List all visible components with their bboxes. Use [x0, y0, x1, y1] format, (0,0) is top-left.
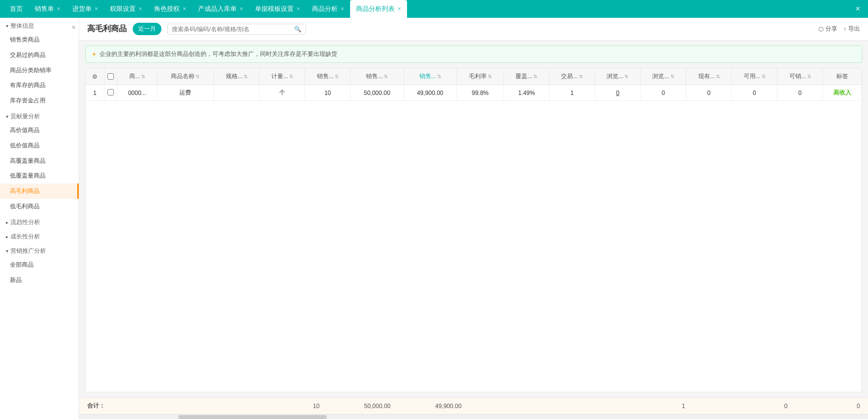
sort-icon: ⇅: [437, 74, 441, 79]
sidebar-item-low-value[interactable]: 低价值商品: [0, 138, 79, 153]
spec-col-header[interactable]: 规格...⇅: [214, 68, 259, 85]
close-purchase-order[interactable]: ×: [95, 5, 98, 12]
sidebar-group-marketing[interactable]: ▾ 营销推广分析: [0, 243, 79, 257]
settings-col-header[interactable]: ⚙: [86, 68, 104, 85]
select-all-checkbox[interactable]: [107, 73, 114, 80]
footer-sales-amt: 50,000.00: [364, 403, 390, 410]
sidebar-group-growth[interactable]: ▸ 成长性分析: [0, 229, 79, 243]
sidebar-item-in-stock[interactable]: 有库存的商品: [0, 78, 79, 93]
close-product-analysis[interactable]: ×: [341, 5, 344, 12]
info-banner: ✦ 企业的主要的利润都是这部分商品创造的，可考虑加大推广，同时关注库存是不要出现…: [85, 46, 862, 63]
footer-avail-stock: 0: [857, 403, 860, 410]
sidebar-group-contribution[interactable]: ▾ 贡献量分析: [0, 108, 79, 123]
footer-current-stock: 0: [784, 403, 788, 410]
chevron-down-icon: ▾: [6, 23, 8, 29]
export-button[interactable]: ↑ 导出: [843, 25, 860, 33]
browse1-col-header[interactable]: 浏览...⇅: [595, 68, 640, 85]
search-icon[interactable]: 🔍: [294, 26, 302, 33]
sort-icon: ⇅: [335, 74, 339, 79]
sort-icon: ⇅: [196, 74, 200, 79]
name-col-header[interactable]: 商品名称⇅: [157, 68, 214, 85]
unit-col-header[interactable]: 计量...⇅: [259, 68, 305, 85]
row-avail-stock: 0: [732, 85, 777, 101]
filter-recent-month-button[interactable]: 近一月: [133, 23, 161, 35]
search-input[interactable]: [172, 26, 294, 33]
sort-icon: ⇅: [716, 74, 720, 79]
close-product-analysis-list[interactable]: ×: [398, 5, 401, 12]
data-table: ⚙ 商...⇅ 商品名称⇅ 规格...⇅ 计量...⇅ 销售...⇅ 销售...…: [86, 68, 862, 101]
sidebar-group-overall[interactable]: ▾ 整体信息: [0, 18, 79, 32]
tx-count-col-header[interactable]: 交易...⇅: [549, 68, 595, 85]
sidebar-item-high-margin[interactable]: 高毛利商品: [0, 184, 79, 199]
sales-qty-col-header[interactable]: 销售...⇅: [305, 68, 351, 85]
nav-template-settings[interactable]: 单据模板设置 ×: [249, 0, 306, 18]
main-layout: « ▾ 整体信息 销售类商品 交易过的商品 商品分类助销率 有库存的商品 库存资…: [0, 18, 868, 419]
row-select-checkbox[interactable]: [107, 89, 114, 95]
data-table-wrapper: ⚙ 商...⇅ 商品名称⇅ 规格...⇅ 计量...⇅ 销售...⇅ 销售...…: [85, 68, 862, 392]
nav-role-auth[interactable]: 角色授权 ×: [148, 0, 192, 18]
sidebar-item-high-value[interactable]: 高价值商品: [0, 123, 79, 138]
header-actions: ⬡ 分享 ↑ 导出: [818, 25, 860, 33]
row-browse2: 0: [640, 85, 686, 101]
gross-rate-col-header[interactable]: 毛利率⇅: [457, 68, 504, 85]
sidebar-item-traded-goods[interactable]: 交易过的商品: [0, 47, 79, 63]
export-icon: ↑: [843, 26, 846, 33]
chevron-right-icon: ▸: [6, 234, 8, 239]
coverage-col-header[interactable]: 覆盖...⇅: [504, 68, 549, 85]
footer-sales-amt2: 49,900.00: [435, 403, 461, 410]
row-browse1[interactable]: 0: [595, 85, 640, 101]
row-sales-qty: 10: [305, 85, 351, 101]
sidebar-item-category-rate[interactable]: 商品分类助销率: [0, 63, 79, 78]
sidebar-item-low-coverage[interactable]: 低覆盖量商品: [0, 168, 79, 184]
sidebar-item-all-goods[interactable]: 全部商品: [0, 257, 79, 273]
footer-sales-qty: 10: [313, 403, 319, 410]
browse2-col-header[interactable]: 浏览...⇅: [640, 68, 686, 85]
row-checkbox[interactable]: [104, 85, 117, 101]
chevron-down-icon: ▾: [6, 248, 8, 254]
sellable-stock-col-header[interactable]: 可销...⇅: [777, 68, 823, 85]
sort-icon: ⇅: [289, 74, 293, 79]
close-product-inbound[interactable]: ×: [240, 5, 243, 12]
sort-icon: ⇅: [579, 74, 583, 79]
sales-amt-col-header[interactable]: 销售...⇅: [351, 68, 404, 85]
horizontal-scrollbar[interactable]: [79, 414, 868, 419]
nav-home[interactable]: 首页: [4, 0, 29, 18]
sidebar-item-low-margin[interactable]: 低毛利商品: [0, 199, 79, 214]
scrollbar-thumb[interactable]: [178, 415, 327, 419]
chevron-right-icon: ▸: [6, 220, 8, 225]
share-button[interactable]: ⬡ 分享: [818, 25, 837, 33]
close-role-auth[interactable]: ×: [183, 5, 186, 12]
summary-label: 合计：: [87, 402, 105, 410]
row-current-stock: 0: [686, 85, 732, 101]
sidebar-item-sales-goods[interactable]: 销售类商品: [0, 32, 79, 47]
current-stock-col-header[interactable]: 现有...⇅: [686, 68, 732, 85]
sidebar-item-high-coverage[interactable]: 高覆盖量商品: [0, 153, 79, 169]
nav-product-analysis[interactable]: 商品分析 ×: [306, 0, 350, 18]
sidebar-collapse-button[interactable]: «: [69, 22, 79, 32]
sales-amt2-col-header[interactable]: 销售...⇅: [404, 68, 457, 85]
sidebar-group-flow[interactable]: ▸ 流趋性分析: [0, 214, 79, 229]
sidebar-item-capital[interactable]: 库存资金占用: [0, 93, 79, 108]
row-sales-amt: 50,000.00: [351, 85, 404, 101]
close-template-settings[interactable]: ×: [297, 5, 300, 12]
row-tx-count: 1: [549, 85, 595, 101]
sort-icon: ⇅: [762, 74, 766, 79]
sidebar-item-new-goods[interactable]: 新品: [0, 273, 79, 288]
checkbox-col-header[interactable]: [104, 68, 117, 85]
sort-icon: ⇅: [384, 74, 388, 79]
row-gross-rate: 99.8%: [457, 85, 504, 101]
nav-product-inbound[interactable]: 产成品入库单 ×: [192, 0, 249, 18]
content-header: 高毛利商品 近一月 🔍 ⬡ 分享 ↑ 导出: [79, 18, 868, 41]
code-col-header[interactable]: 商...⇅: [117, 68, 157, 85]
nav-sales-order[interactable]: 销售单 ×: [29, 0, 66, 18]
window-close-button[interactable]: ×: [852, 4, 864, 13]
sidebar: « ▾ 整体信息 销售类商品 交易过的商品 商品分类助销率 有库存的商品 库存资…: [0, 18, 79, 419]
close-permission-settings[interactable]: ×: [139, 5, 142, 12]
top-navigation: 首页 销售单 × 进货单 × 权限设置 × 角色授权 × 产成品入库单 × 单据…: [0, 0, 868, 18]
nav-purchase-order[interactable]: 进货单 ×: [66, 0, 104, 18]
nav-product-analysis-list[interactable]: 商品分析列表 ×: [350, 0, 407, 18]
nav-permission-settings[interactable]: 权限设置 ×: [104, 0, 148, 18]
close-sales-order[interactable]: ×: [57, 5, 60, 12]
table-header-row: ⚙ 商...⇅ 商品名称⇅ 规格...⇅ 计量...⇅ 销售...⇅ 销售...…: [86, 68, 862, 85]
avail-stock-col-header[interactable]: 可用...⇅: [732, 68, 777, 85]
